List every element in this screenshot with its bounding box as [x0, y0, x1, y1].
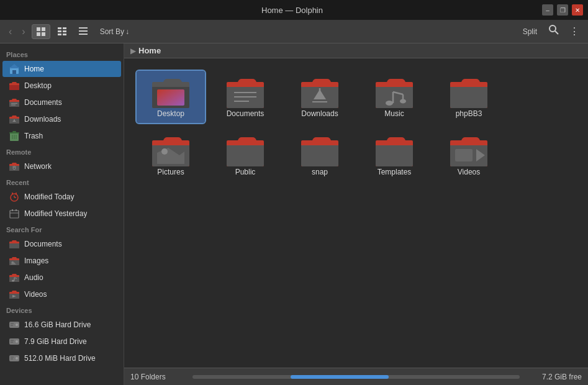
- svg-point-49: [16, 340, 18, 343]
- folder-documents-label: Documents: [227, 109, 265, 118]
- statusbar: 10 Folders 7.2 GiB free: [124, 368, 588, 385]
- sidebar-item-search-videos[interactable]: Videos: [2, 286, 121, 302]
- svg-line-14: [555, 31, 558, 34]
- svg-rect-23: [9, 132, 19, 134]
- minimize-button[interactable]: –: [542, 4, 553, 16]
- sidebar-item-search-documents[interactable]: Documents: [2, 236, 121, 252]
- scrollbar-area[interactable]: [192, 375, 520, 379]
- svg-rect-69: [455, 149, 473, 161]
- sidebar-item-modified-today[interactable]: Modified Today: [2, 189, 121, 205]
- folder-item-videos[interactable]: Videos: [435, 129, 503, 181]
- folder-item-phpbb3[interactable]: phpBB3: [435, 71, 503, 123]
- sidebar-item-desktop-label: Desktop: [24, 81, 52, 90]
- sidebar-item-documents[interactable]: Documents: [2, 94, 121, 111]
- devices-section-label: Devices: [0, 303, 124, 316]
- svg-rect-6: [58, 30, 61, 32]
- split-button[interactable]: Split: [518, 25, 542, 38]
- search-button[interactable]: [545, 22, 563, 41]
- svg-rect-7: [63, 30, 66, 32]
- sidebar-item-hdd-7-label: 7.9 GiB Hard Drive: [24, 337, 87, 346]
- svg-rect-2: [37, 32, 40, 36]
- svg-rect-5: [63, 27, 66, 29]
- svg-rect-12: [79, 34, 88, 35]
- folder-item-snap[interactable]: snap: [286, 129, 354, 181]
- folder-public-label: Public: [235, 168, 256, 176]
- folder-item-music[interactable]: Music: [360, 71, 428, 123]
- hdd-16-icon: [9, 319, 20, 330]
- svg-point-45: [16, 324, 18, 326]
- folder-item-pictures[interactable]: Pictures: [137, 129, 205, 181]
- sidebar-item-desktop[interactable]: Desktop: [2, 78, 121, 94]
- folder-music-label: Music: [384, 109, 404, 118]
- sidebar-item-search-audio[interactable]: Audio: [2, 270, 121, 286]
- folder-templates-label: Templates: [378, 168, 412, 176]
- sidebar-item-modified-today-label: Modified Today: [24, 192, 75, 201]
- svg-rect-4: [58, 27, 61, 29]
- sidebar-item-hdd-16[interactable]: 16.6 GiB Hard Drive: [2, 317, 121, 333]
- breadcrumb-bar: ▶ Home: [124, 43, 588, 58]
- svg-rect-3: [42, 32, 45, 36]
- maximize-button[interactable]: ❐: [557, 4, 568, 16]
- folder-phpbb3-label: phpBB3: [456, 109, 482, 118]
- search-images-icon: [9, 255, 20, 266]
- trash-icon: [9, 130, 20, 142]
- close-button[interactable]: ✕: [572, 4, 583, 16]
- folder-item-desktop[interactable]: Desktop: [137, 71, 205, 123]
- folder-downloads-label: Downloads: [301, 109, 338, 118]
- hdd-512-icon: [9, 353, 20, 364]
- sidebar-item-network[interactable]: Network: [2, 158, 121, 174]
- sidebar-item-hdd-16-label: 16.6 GiB Hard Drive: [24, 320, 91, 329]
- svg-rect-33: [16, 192, 17, 194]
- sidebar-item-search-images[interactable]: Images: [2, 253, 121, 269]
- folder-item-downloads[interactable]: Downloads: [286, 71, 354, 123]
- search-videos-icon: [9, 289, 20, 300]
- scroll-track[interactable]: [192, 375, 520, 379]
- modified-today-icon: [9, 191, 20, 202]
- svg-rect-10: [79, 27, 88, 29]
- search-documents-icon: [9, 238, 20, 250]
- folder-item-templates[interactable]: Templates: [360, 129, 428, 181]
- sidebar-item-search-audio-label: Audio: [24, 273, 43, 282]
- window-title: Home — Dolphin: [42, 6, 542, 15]
- sidebar-item-search-documents-label: Documents: [24, 240, 62, 248]
- places-section-label: Places: [0, 47, 124, 60]
- svg-point-53: [16, 357, 18, 360]
- hdd-7-icon: [9, 336, 20, 347]
- breadcrumb-home[interactable]: Home: [138, 46, 161, 55]
- folder-snap-label: snap: [312, 168, 328, 176]
- sort-arrow-icon: ↓: [125, 27, 129, 36]
- view-details-button[interactable]: [74, 24, 93, 39]
- sidebar-item-hdd-7[interactable]: 7.9 GiB Hard Drive: [2, 333, 121, 350]
- modified-yesterday-icon: [9, 208, 20, 219]
- search-audio-icon: [9, 272, 20, 283]
- statusbar-count: 10 Folders: [130, 373, 192, 381]
- svg-point-13: [550, 25, 556, 32]
- svg-rect-34: [10, 211, 19, 218]
- sidebar-item-trash-label: Trash: [24, 132, 43, 140]
- sidebar-item-network-label: Network: [24, 162, 52, 171]
- view-icons-button[interactable]: [32, 24, 50, 39]
- folder-item-public[interactable]: Public: [211, 129, 279, 181]
- scroll-thumb[interactable]: [291, 375, 389, 379]
- folder-item-documents[interactable]: Documents: [211, 71, 279, 123]
- sidebar-item-modified-yesterday-label: Modified Yesterday: [24, 209, 87, 218]
- svg-rect-11: [79, 30, 88, 32]
- sidebar-item-search-videos-label: Videos: [24, 290, 47, 299]
- menu-button[interactable]: ⋮: [566, 23, 583, 40]
- back-button[interactable]: ‹: [5, 24, 16, 40]
- view-compact-button[interactable]: [53, 24, 71, 39]
- sidebar-item-trash[interactable]: Trash: [2, 128, 121, 144]
- sidebar-item-downloads[interactable]: Downloads: [2, 111, 121, 127]
- sidebar-item-modified-yesterday[interactable]: Modified Yesterday: [2, 206, 121, 222]
- desktop-folder-icon: [9, 80, 20, 91]
- forward-button[interactable]: ›: [18, 24, 29, 40]
- sidebar-item-hdd-512[interactable]: 512.0 MiB Hard Drive: [2, 350, 121, 366]
- network-icon: [9, 161, 20, 172]
- toolbar: ‹ › Sort By ↓ Split ⋮: [0, 20, 588, 43]
- svg-rect-9: [63, 34, 66, 35]
- svg-rect-1: [42, 27, 45, 31]
- sidebar-item-home[interactable]: Home: [2, 61, 121, 77]
- svg-rect-56: [157, 89, 184, 106]
- remote-section-label: Remote: [0, 145, 124, 158]
- sort-button[interactable]: Sort By ↓: [95, 25, 134, 38]
